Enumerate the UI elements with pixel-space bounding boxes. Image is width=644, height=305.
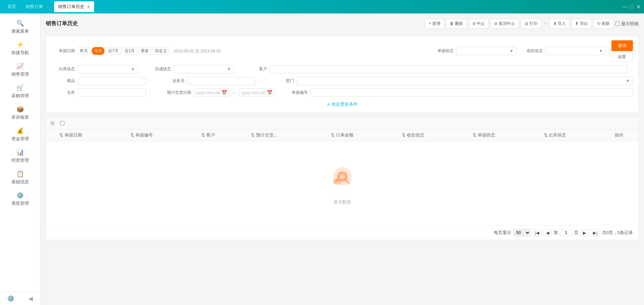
delete-button[interactable]: 🗑 删除 — [446, 19, 467, 29]
collapse-label: 收起更多条件 — [332, 101, 358, 107]
tab-sales-history-label: 销售订单历史 — [58, 4, 84, 10]
sidebar-item-inventory[interactable]: 📦 库存核算 — [0, 102, 40, 124]
next-page-btn[interactable]: ▶ — [581, 229, 589, 236]
import-button[interactable]: ⬇ 导入 — [550, 19, 569, 29]
sidebar-item-search[interactable]: 🔍 搜索菜单 — [0, 16, 40, 38]
col-delivery[interactable]: ⇅ 预计交货... — [248, 129, 328, 141]
docno-input[interactable] — [310, 88, 633, 97]
last7-btn[interactable]: 近7天 — [106, 47, 121, 55]
prev-page-btn[interactable]: ◀ — [544, 229, 552, 236]
last1m-btn[interactable]: 近1月 — [122, 47, 137, 55]
today-btn[interactable]: 今天 — [92, 47, 104, 55]
sidebar-item-quicknav[interactable]: ⚡ 快捷导航 — [0, 38, 40, 59]
receipt-status-select[interactable]: ▼ — [546, 47, 606, 55]
system-icon: ⚙️ — [16, 192, 24, 199]
select-all-checkbox[interactable] — [60, 121, 65, 125]
new-button[interactable]: + 新增 — [425, 19, 444, 29]
calendar-start-icon: 📅 — [221, 90, 227, 95]
outstock-arrow: ▼ — [131, 67, 135, 72]
sidebar-item-sales[interactable]: 📈 销售管理 — [0, 59, 40, 81]
tab-sales-order[interactable]: 销售订单 ✕ — [22, 1, 53, 12]
settings-bottom-icon[interactable]: ⚙️ — [7, 295, 14, 302]
tab-sales-history[interactable]: 销售订单历史 ✕ — [54, 1, 94, 12]
tab-sales-order-close[interactable]: ✕ — [46, 5, 49, 9]
salesperson-control: ··· — [187, 77, 261, 85]
sidebar-item-operations[interactable]: 📊 经营管理 — [0, 145, 40, 167]
col-amount-label: ⇅ 订单金额 — [331, 132, 353, 138]
salesperson-dots[interactable]: ··· — [257, 78, 261, 84]
dept-select[interactable]: ▼ — [297, 77, 633, 85]
dept-label: 部门 — [270, 78, 294, 84]
customer-input[interactable] — [270, 65, 628, 73]
date-label: 单据日期 — [51, 48, 75, 54]
col-customer[interactable]: ⇅ 客户 — [198, 129, 248, 141]
last-page-btn[interactable]: ▶| — [591, 229, 600, 236]
sidebar-item-inventory-label: 库存核算 — [11, 114, 29, 120]
receipt-status-arrow: ▼ — [599, 48, 603, 53]
status-label: 单据状态 — [430, 48, 454, 54]
total-info: 共0页，0条记录 — [602, 230, 633, 236]
delivery-date-end[interactable]: yyyy-mm-dd 📅 — [239, 88, 275, 97]
minimize-button[interactable]: — — [622, 4, 628, 10]
empty-state: 暂无数据 — [46, 141, 638, 225]
main-layout: 🔍 搜索菜单 ⚡ 快捷导航 📈 销售管理 🛒 采购管理 📦 库存核算 💰 资金管… — [0, 13, 644, 305]
complete-select[interactable]: ▼ — [174, 65, 234, 73]
col-date[interactable]: ⇅ 单据日期 — [56, 129, 127, 141]
more-btn[interactable]: 更多 — [138, 47, 151, 55]
top-bar: 首页 销售订单 ✕ 销售订单历史 ✕ — □ ✕ — [0, 0, 644, 13]
maximize-button[interactable]: □ — [630, 4, 634, 10]
customer-dots[interactable]: ··· — [629, 67, 633, 72]
warehouse-input[interactable] — [78, 88, 146, 97]
close-button[interactable]: ✕ — [636, 4, 641, 10]
delivery-date-end-text: yyyy-mm-dd — [242, 90, 265, 95]
col-receipt-status[interactable]: ⇅ 收款状态 — [398, 129, 469, 141]
sidebar-item-purchase[interactable]: 🛒 采购管理 — [0, 81, 40, 102]
display-checkbox[interactable] — [615, 22, 620, 26]
sidebar-item-system-label: 系统管理 — [11, 200, 29, 206]
goods-dots[interactable]: ··· — [147, 78, 152, 84]
empty-illustration — [326, 161, 359, 195]
warehouse-dots[interactable]: ··· — [147, 90, 152, 95]
svg-point-7 — [335, 181, 340, 185]
setting-button[interactable]: 设置 — [611, 52, 633, 62]
outstock-select[interactable]: ▼ — [78, 65, 138, 73]
sidebar-item-operations-label: 经营管理 — [11, 157, 29, 163]
print-button[interactable]: 🖨 打印 — [521, 19, 541, 29]
cancel-stop-button[interactable]: ⊘ 取消中止 — [490, 19, 518, 29]
query-button[interactable]: 查询 — [611, 40, 633, 51]
sidebar-item-basicinfo[interactable]: 📋 基础信息 — [0, 167, 40, 188]
search-menu-icon: 🔍 — [16, 20, 24, 27]
custom-btn[interactable]: 自定义 — [153, 47, 169, 55]
sidebar-item-finance[interactable]: 💰 资金管理 — [0, 124, 40, 145]
collapse-button[interactable]: ∧ 收起更多条件 — [326, 100, 359, 109]
col-action: 操作 — [611, 129, 638, 141]
col-amount[interactable]: ⇅ 订单金额 — [328, 129, 398, 141]
first-page-btn[interactable]: |◀ — [532, 229, 542, 236]
receipt-status-label: 收款状态 — [519, 48, 543, 54]
col-doc-status[interactable]: ⇅ 单据状态 — [469, 129, 540, 141]
tab-sales-history-close[interactable]: ✕ — [87, 5, 90, 9]
tab-home[interactable]: 首页 — [3, 1, 20, 12]
stop-button[interactable]: ⊘ 中止 — [469, 19, 488, 29]
refresh-button[interactable]: ↻ 刷新 — [594, 19, 613, 29]
collapse-sidebar-icon[interactable]: ◀ — [28, 295, 33, 302]
filter-panel: 单据日期 昨天 今天 近7天 近1月 更多 自定义 2023-06-02 至 2… — [46, 36, 639, 113]
display-toggle[interactable]: 显示明细 — [615, 21, 639, 27]
collapse-row: ∧ 收起更多条件 — [51, 100, 633, 109]
complete-arrow: ▼ — [227, 67, 231, 72]
status-select[interactable]: ▼ — [456, 47, 517, 55]
delivery-date-start-text: yyyy-mm-dd — [196, 90, 220, 95]
delivery-date-start[interactable]: yyyy-mm-dd 📅 — [194, 88, 229, 97]
col-checkbox — [46, 129, 56, 141]
table-settings-icon[interactable]: ⚙ — [50, 120, 55, 126]
per-page-select[interactable]: 50 100 200 — [513, 229, 530, 236]
goods-input[interactable] — [78, 77, 146, 85]
page-input[interactable] — [560, 229, 572, 236]
col-docno[interactable]: ⇅ 单据编号 — [127, 129, 198, 141]
yesterday-btn[interactable]: 昨天 — [78, 47, 90, 55]
table-header-row: ⇅ 单据日期 ⇅ 单据编号 ⇅ 客户 ⇅ 预计交货... ⇅ 订单金额 — [46, 129, 638, 141]
salesperson-input[interactable] — [187, 77, 256, 85]
sidebar-item-system[interactable]: ⚙️ 系统管理 — [0, 188, 40, 210]
col-outstock-status[interactable]: ⇅ 出库状态 — [541, 129, 611, 141]
export-button[interactable]: ⬆ 导出 — [571, 19, 591, 29]
